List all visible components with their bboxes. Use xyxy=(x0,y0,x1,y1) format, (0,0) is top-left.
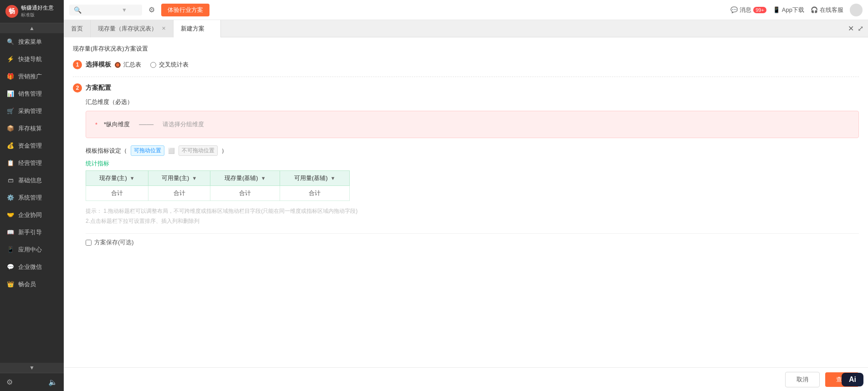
wechat-icon: 💬 xyxy=(6,263,15,271)
stats-table: 现存量(主) ▼ 可用量(主) ▼ xyxy=(86,170,350,201)
step2-section: 2 方案配置 汇总维度（必选） * *纵向维度 —— 请选择分组维度 xyxy=(73,83,859,251)
col-label-2: 现存量(基辅) xyxy=(225,174,258,182)
sidebar-item-purchase[interactable]: 🛒 采购管理 xyxy=(0,103,64,120)
sidebar-item-marketing[interactable]: 🎁 营销推广 xyxy=(0,68,64,85)
draggable-badge: 可拖动位置 xyxy=(131,145,164,156)
tab-new-label: 新建方案 xyxy=(181,25,204,33)
radio-cross-input[interactable] xyxy=(150,62,156,68)
sidebar-item-quick-nav[interactable]: ⚡ 快捷导航 xyxy=(0,51,64,68)
expand-icon[interactable]: ⤢ xyxy=(858,24,863,33)
col-summary-2: 合计 xyxy=(210,186,280,201)
tab-home[interactable]: 首页 xyxy=(64,20,91,37)
indicator-label: 模板指标设定（ 可拖动位置 ⬜ 不可拖动位置 ） xyxy=(86,145,859,156)
close-icon[interactable]: ✕ xyxy=(848,24,854,33)
tab-inventory-status[interactable]: 现存量（库存状况表） ✕ xyxy=(91,20,174,37)
sidebar-item-operation[interactable]: 📋 经营管理 xyxy=(0,154,64,172)
sidebar-item-inventory[interactable]: 📦 库存核算 xyxy=(0,120,64,137)
step1-section: 1 选择模板 汇总表 交叉统计表 xyxy=(73,60,859,69)
indicator-label-sep: ⬜ xyxy=(168,148,175,154)
dimension-box: * *纵向维度 —— 请选择分组维度 xyxy=(86,111,859,138)
tab-right-icons: ✕ ⤢ xyxy=(848,24,868,33)
sidebar-item-wechat[interactable]: 💬 企业微信 xyxy=(0,258,64,276)
sidebar-item-label: 企业协同 xyxy=(18,211,42,219)
online-service-btn[interactable]: 🎧 在线客服 xyxy=(811,6,843,14)
col-chevron-0[interactable]: ▼ xyxy=(130,175,135,181)
sidebar-scroll-down[interactable]: ▼ xyxy=(0,363,64,373)
radio-summary[interactable]: 汇总表 xyxy=(115,61,141,69)
dropdown-icon[interactable]: ▼ xyxy=(122,7,127,13)
cancel-button[interactable]: 取消 xyxy=(785,372,820,387)
message-label: 消息 xyxy=(740,6,751,14)
step1-num: 1 xyxy=(73,60,82,69)
save-checkbox[interactable] xyxy=(86,240,92,246)
app-name: 畅赚通好生意 xyxy=(21,5,54,12)
stats-section: 统计指标 现存量(主) ▼ xyxy=(86,159,859,201)
tab-new-scheme[interactable]: 新建方案 ✕ xyxy=(174,20,221,37)
search-input[interactable] xyxy=(83,6,120,13)
step1-title: 选择模板 xyxy=(86,61,111,69)
user-avatar[interactable] xyxy=(850,4,863,16)
service-label: 在线客服 xyxy=(820,6,843,14)
tab-new-close[interactable]: ✕ xyxy=(209,26,213,31)
step2-num: 2 xyxy=(73,83,82,93)
settings-icon[interactable]: ⚙ xyxy=(6,378,13,386)
page-title: 现存量(库存状况表)方案设置 xyxy=(73,45,859,53)
tab-inventory-close[interactable]: ✕ xyxy=(162,26,166,31)
sidebar-item-app-center[interactable]: 📱 应用中心 xyxy=(0,241,64,258)
sidebar-item-basic[interactable]: 🗃 基础信息 xyxy=(0,172,64,189)
col-header-3[interactable]: 可用量(基辅) ▼ xyxy=(280,171,350,186)
sidebar-item-system[interactable]: ⚙️ 系统管理 xyxy=(0,189,64,206)
audio-icon[interactable]: 🔈 xyxy=(48,378,57,386)
topbar-right: 💬 消息 99+ 📱 App下载 🎧 在线客服 xyxy=(730,4,863,16)
sidebar-item-search-menu[interactable]: 🔍 搜索菜单 xyxy=(0,33,64,51)
save-checkbox-area: 方案保存(可选) xyxy=(86,233,859,251)
message-btn[interactable]: 💬 消息 99+ xyxy=(730,6,766,14)
col-header-1[interactable]: 可用量(主) ▼ xyxy=(148,171,210,186)
col-header-0[interactable]: 现存量(主) ▼ xyxy=(86,171,148,186)
sidebar-item-label: 采购管理 xyxy=(18,107,42,115)
ai-badge[interactable]: Ai xyxy=(842,373,863,386)
tip1: 提示： 1.拖动标题栏可以调整布局，不可跨维度或指标区域拖动栏目字段(只能在同一… xyxy=(86,206,859,216)
gear-icon[interactable]: ⚙ xyxy=(147,4,157,16)
vertical-placeholder[interactable]: 请选择分组维度 xyxy=(163,120,204,129)
app-badge: 标准版 xyxy=(21,12,54,18)
indicator-settings: 模板指标设定（ 可拖动位置 ⬜ 不可拖动位置 ） 统计指标 xyxy=(86,145,859,201)
search-icon: 🔍 xyxy=(74,6,82,14)
sidebar-item-label: 基础信息 xyxy=(18,176,42,185)
sidebar-item-finance[interactable]: 💰 资金管理 xyxy=(0,137,64,154)
col-chevron-2[interactable]: ▼ xyxy=(261,175,266,181)
save-label[interactable]: 方案保存(可选) xyxy=(94,238,134,247)
app-center-icon: 📱 xyxy=(6,246,15,254)
sidebar-item-label: 库存核算 xyxy=(18,124,42,133)
tip2: 2.点击标题栏下拉可设置排序、插入列和删除列 xyxy=(86,216,859,226)
phone-icon: 📱 xyxy=(773,6,780,13)
indicator-close-paren: ） xyxy=(221,147,227,155)
col-chevron-3[interactable]: ▼ xyxy=(330,175,335,181)
col-header-2[interactable]: 现存量(基辅) ▼ xyxy=(210,171,280,186)
arrow-icon: —— xyxy=(139,120,153,129)
col-label-0: 现存量(主) xyxy=(99,174,127,182)
message-icon: 💬 xyxy=(730,6,738,13)
sidebar-scroll-up[interactable]: ▲ xyxy=(0,23,64,33)
tips-section: 提示： 1.拖动标题栏可以调整布局，不可跨维度或指标区域拖动栏目字段(只能在同一… xyxy=(86,206,859,226)
sidebar-logo: 畅 畅赚通好生意 标准版 xyxy=(0,0,64,23)
industry-btn[interactable]: 体验行业方案 xyxy=(161,4,209,16)
logo-icon: 畅 xyxy=(5,5,18,18)
topbar: 🔍 ▼ ⚙ 体验行业方案 💬 消息 99+ 📱 App下载 🎧 在线客服 xyxy=(64,0,868,20)
sidebar-item-member[interactable]: 👑 畅会员 xyxy=(0,276,64,293)
agg-dimension-label: 汇总维度（必选） xyxy=(86,98,859,106)
sidebar-menu: 🔍 搜索菜单 ⚡ 快捷导航 🎁 营销推广 📊 销售管理 🛒 采购管理 📦 库存核… xyxy=(0,33,64,363)
sidebar-item-cooperation[interactable]: 🤝 企业协同 xyxy=(0,206,64,224)
col-chevron-1[interactable]: ▼ xyxy=(192,175,197,181)
step2-header: 2 方案配置 xyxy=(73,83,859,93)
radio-cross[interactable]: 交叉统计表 xyxy=(150,61,189,69)
cooperation-icon: 🤝 xyxy=(6,211,15,219)
sidebar-item-label: 企业微信 xyxy=(18,263,42,271)
sidebar-item-guide[interactable]: 📖 新手引导 xyxy=(0,224,64,241)
step1-divider xyxy=(73,77,859,77)
app-download-btn[interactable]: 📱 App下载 xyxy=(773,6,804,14)
sidebar-item-sales[interactable]: 📊 销售管理 xyxy=(0,85,64,103)
radio-summary-input[interactable] xyxy=(115,62,121,68)
sidebar-item-label: 搜索菜单 xyxy=(18,38,42,46)
sidebar-item-label: 新手引导 xyxy=(18,228,42,237)
